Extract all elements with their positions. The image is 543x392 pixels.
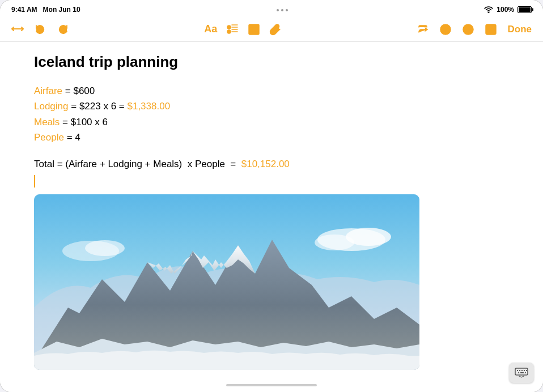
- svg-rect-27: [521, 370, 523, 371]
- toolbar-left: [11, 23, 69, 36]
- note-title: Iceland trip planning: [34, 53, 509, 71]
- toolbar-right: Done: [417, 23, 532, 36]
- undo-icon[interactable]: [34, 23, 46, 36]
- status-bar: 9:41 AM Mon Jun 10 100%: [0, 0, 543, 17]
- ipad-frame: 9:41 AM Mon Jun 10 100%: [0, 0, 543, 392]
- toolbar: Aa: [0, 17, 543, 42]
- total-line: Total = (Airfare + Lodging + Meals) x Pe…: [34, 156, 509, 172]
- svg-rect-25: [517, 370, 518, 371]
- collapse-icon[interactable]: [11, 23, 24, 36]
- svg-rect-26: [519, 370, 520, 371]
- done-button[interactable]: Done: [507, 24, 532, 35]
- meals-line: Meals = $100 x 6: [34, 114, 509, 130]
- format-text-icon[interactable]: Aa: [204, 23, 217, 35]
- svg-point-23: [85, 240, 125, 256]
- status-date: Mon Jun 10: [43, 6, 80, 14]
- status-center-dots: [277, 8, 288, 11]
- svg-point-16: [470, 29, 471, 30]
- scroll-indicator: [226, 384, 317, 386]
- markup-icon[interactable]: [439, 23, 452, 36]
- airfare-line: Airfare = $600: [34, 83, 509, 99]
- airfare-separator: = $600: [62, 83, 95, 99]
- svg-rect-7: [249, 24, 259, 35]
- svg-rect-30: [518, 372, 519, 373]
- status-time-date: 9:41 AM Mon Jun 10: [11, 6, 80, 14]
- status-time: 9:41 AM: [11, 6, 37, 14]
- note-content: Iceland trip planning Airfare = $600 Lod…: [0, 42, 543, 392]
- svg-rect-29: [526, 370, 527, 371]
- status-right: 100%: [484, 6, 532, 14]
- svg-point-15: [468, 29, 469, 30]
- svg-point-1: [227, 25, 231, 29]
- people-line: People = 4: [34, 130, 509, 145]
- people-separator: = 4: [64, 130, 80, 145]
- lodging-label: Lodging: [34, 99, 69, 114]
- svg-rect-28: [524, 370, 525, 371]
- meals-label: Meals: [34, 114, 60, 130]
- note-lines: Airfare = $600 Lodging = $223 x 6 = $1,3…: [34, 83, 509, 145]
- text-cursor: [34, 175, 35, 188]
- svg-rect-24: [515, 368, 528, 375]
- dot-1: [277, 9, 279, 11]
- total-text: Total = (Airfare + Lodging + Meals) x Pe…: [34, 159, 236, 169]
- cursor-area: [34, 174, 509, 190]
- people-label: People: [34, 130, 64, 145]
- total-computed: $10,152.00: [239, 159, 290, 169]
- mountain-svg: [34, 194, 419, 370]
- svg-point-21: [315, 235, 354, 250]
- battery-percent: 100%: [497, 6, 514, 14]
- battery-icon: [517, 6, 532, 13]
- svg-point-2: [227, 30, 231, 33]
- redo-icon[interactable]: [57, 23, 69, 36]
- svg-rect-17: [486, 24, 496, 35]
- dot-2: [281, 9, 283, 11]
- meals-separator: = $100 x 6: [60, 114, 108, 130]
- lodging-separator: = $223 x 6 =: [69, 99, 125, 114]
- format-label: Aa: [204, 23, 217, 35]
- svg-rect-32: [525, 372, 526, 373]
- svg-point-14: [466, 29, 467, 30]
- keyboard-icon: [515, 368, 528, 378]
- battery-fill: [519, 7, 531, 12]
- lodging-line: Lodging = $223 x 6 = $1,338.00: [34, 99, 509, 114]
- table-icon[interactable]: [248, 23, 260, 36]
- airfare-label: Airfare: [34, 83, 62, 99]
- wifi-icon: [484, 6, 493, 13]
- note-image: [34, 194, 419, 370]
- keyboard-toggle-button[interactable]: [509, 363, 534, 383]
- dot-3: [286, 9, 288, 11]
- attachment-icon[interactable]: [269, 23, 282, 36]
- toolbar-center: Aa: [204, 23, 282, 36]
- edit-icon[interactable]: [485, 23, 497, 36]
- svg-rect-31: [520, 372, 524, 373]
- checklist-icon[interactable]: [226, 23, 239, 36]
- lodging-computed: $1,338.00: [125, 99, 170, 114]
- more-icon[interactable]: [462, 23, 474, 36]
- share-icon[interactable]: [417, 23, 429, 36]
